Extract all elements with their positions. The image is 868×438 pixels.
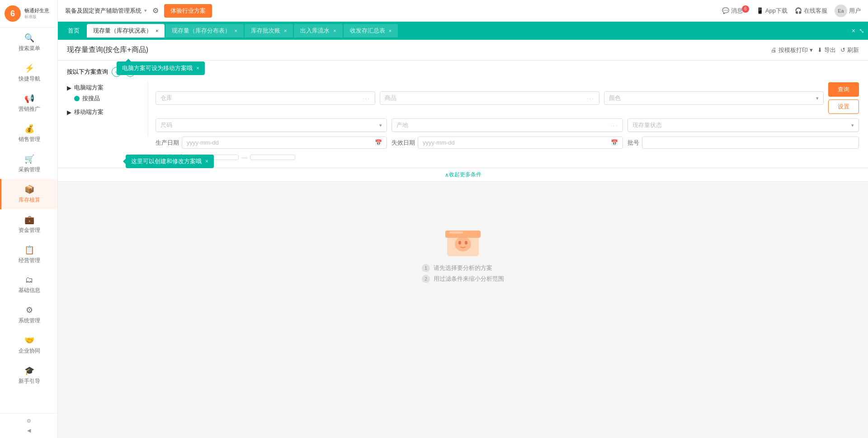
sidebar-item-finance[interactable]: 💼 资金管理 (0, 209, 57, 240)
size-field[interactable]: 尺码 ▾ (156, 118, 387, 132)
printer-icon: 🖨 (771, 47, 777, 53)
tab-receive-summary[interactable]: 收发存汇总表 × (344, 24, 398, 38)
sidebar-footer-settings[interactable]: ⚙ (27, 418, 31, 424)
tab-label: 收发存汇总表 (350, 27, 385, 35)
calendar-icon: 📅 (375, 139, 382, 146)
reset-button[interactable]: 设置 (828, 99, 859, 114)
handshake-icon: 🤝 (24, 335, 34, 345)
tooltip-scheme-text: 这里可以创建和修改方案哦 (131, 157, 202, 165)
tooltip-create-scheme: 这里可以创建和修改方案哦 × (126, 155, 214, 168)
sidebar: 6 畅通好生意 标准版 🔍 搜索菜单 ⚡ 快捷导航 📢 营销推广 💰 销售管理 … (0, 0, 58, 438)
sidebar-item-marketing[interactable]: 📢 营销推广 (0, 88, 57, 118)
sidebar-item-enterprise[interactable]: 🤝 企业协同 (0, 330, 57, 360)
size-dropdown-icon: ▾ (379, 122, 382, 128)
tab-close-icon[interactable]: × (234, 28, 237, 33)
empty-svg (438, 218, 488, 259)
origin-field[interactable]: 产地 ··· (392, 118, 623, 132)
search-icon: 🔍 (24, 33, 34, 43)
filter-row-1: 仓库 ··· 商品 ··· 颜色 ▾ 查询 设置 (156, 82, 859, 114)
tab-in-out-flow[interactable]: 出入库流水 × (294, 24, 342, 38)
sidebar-item-system[interactable]: ⚙ 系统管理 (0, 300, 57, 330)
production-date-group: 生产日期 yyyy-mm-dd 📅 (156, 137, 387, 149)
production-date-input[interactable]: yyyy-mm-dd 📅 (182, 137, 387, 149)
expiry-date-group: 失效日期 yyyy-mm-dd 📅 (392, 137, 623, 149)
print-action[interactable]: 🖨 按模板打印 ▾ (771, 46, 813, 54)
filter-area: 按以下方案查询 + ✎ « ▶ 电脑端方案 按搜品 (58, 61, 868, 168)
tab-close-icon[interactable]: × (389, 28, 392, 33)
tab-close-icon[interactable]: × (156, 28, 158, 33)
app-download-item[interactable]: 📱 App下载 (756, 7, 788, 15)
cart-icon: 🛒 (24, 154, 34, 164)
step-1-text: 请先选择要分析的方案 (434, 264, 492, 272)
size-label: 尺码 (160, 121, 172, 129)
color-field[interactable]: 颜色 ▾ (604, 91, 824, 105)
collapse-bar[interactable]: ∧ 收起更多条件 (58, 168, 868, 182)
industry-button[interactable]: 体验行业方案 (164, 4, 212, 18)
export-action[interactable]: ⬇ 导出 (817, 46, 836, 54)
user-item[interactable]: Ea 用户 (835, 5, 861, 17)
tab-close-icon[interactable]: × (284, 28, 287, 33)
scheme-desktop-label: 电脑端方案 (74, 84, 104, 92)
sidebar-item-operations[interactable]: 📋 经营管理 (0, 240, 57, 270)
scheme-desktop[interactable]: ▶ 电脑端方案 (67, 82, 142, 93)
search-button[interactable]: 查询 (828, 82, 859, 97)
dropdown-arrow-icon: ▾ (144, 8, 147, 14)
sidebar-item-label: 销售管理 (19, 136, 40, 143)
sidebar-item-label: 采购管理 (19, 166, 40, 174)
tab-label: 出入库流水 (300, 27, 330, 35)
inventory-max-input[interactable] (250, 155, 295, 160)
tab-label: 现存量（库存分布表） (172, 27, 231, 35)
warehouse-field[interactable]: 仓库 ··· (156, 91, 375, 105)
tooltip-close-icon[interactable]: × (196, 65, 199, 71)
tab-close-icon[interactable]: × (333, 28, 336, 33)
filter-label: 按以下方案查询 (67, 68, 108, 76)
tab-batch-ledger[interactable]: 库存批次账 × (245, 24, 293, 38)
avatar: Ea (835, 5, 847, 17)
sidebar-item-label: 搜索菜单 (19, 45, 40, 52)
expiry-date-input[interactable]: yyyy-mm-dd 📅 (418, 137, 623, 149)
tab-maximize-icon[interactable]: ⤡ (859, 27, 864, 34)
sidebar-footer: ⚙ ◀ (0, 413, 57, 438)
main-area: 装备及固定资产辅助管理系统 ▾ ⚙ 体验行业方案 💬 消息 6 📱 App下载 … (58, 0, 868, 438)
refresh-action[interactable]: ↺ 刷新 (840, 46, 859, 54)
svg-point-4 (465, 241, 467, 245)
tab-close-all-icon[interactable]: × (852, 27, 855, 34)
messages-item[interactable]: 💬 消息 6 (722, 7, 749, 15)
warehouse-label: 仓库 (160, 94, 172, 102)
sidebar-item-base-info[interactable]: 🗂 基础信息 (0, 270, 57, 300)
box-icon: 📦 (24, 184, 34, 194)
tooltip-scheme-close-icon[interactable]: × (205, 158, 208, 165)
sidebar-item-sales[interactable]: 💰 销售管理 (0, 118, 57, 149)
megaphone-icon: 📢 (24, 94, 34, 104)
inventory-status-field[interactable]: 现存量状态 ▾ (627, 118, 859, 132)
app-download-label: App下载 (765, 7, 788, 15)
scheme-mobile[interactable]: ▶ 移动端方案 (67, 107, 142, 118)
refresh-label: 刷新 (847, 46, 859, 54)
tab-inventory-status[interactable]: 现存量（库存状况表） × (87, 24, 165, 38)
sidebar-item-inventory[interactable]: 📦 库存核算 (0, 179, 57, 209)
tab-home[interactable]: 首页 (61, 24, 86, 38)
sidebar-item-quick-nav[interactable]: ⚡ 快捷导航 (0, 58, 57, 88)
print-label: 按模板打印 (778, 46, 808, 54)
online-support-item[interactable]: 🎧 在线客服 (795, 7, 827, 15)
phone-icon: 📱 (756, 7, 764, 14)
sidebar-item-label: 企业协同 (19, 347, 40, 355)
sidebar-footer-collapse[interactable]: ◀ (27, 428, 31, 433)
svg-point-2 (455, 237, 471, 251)
empty-steps: 1 请先选择要分析的方案 2 用过滤条件来缩小分析范围 (422, 264, 504, 283)
dropdown-arrow: ▾ (810, 47, 813, 53)
sidebar-item-purchase[interactable]: 🛒 采购管理 (0, 149, 57, 179)
collapse-icon: ◀ (27, 428, 31, 433)
scheme-arrow-icon: ▶ (67, 85, 71, 91)
messages-label: 消息 (731, 7, 743, 15)
product-field[interactable]: 商品 ··· (380, 91, 599, 105)
logo-icon: 6 (5, 5, 21, 22)
folder-icon: 🗂 (25, 275, 33, 285)
batch-no-input[interactable] (642, 137, 859, 149)
scheme-desktop-sub[interactable]: 按搜品 (67, 93, 142, 104)
sidebar-item-search[interactable]: 🔍 搜索菜单 (0, 28, 57, 58)
tab-inventory-dist[interactable]: 现存量（库存分布表） × (165, 24, 243, 38)
sidebar-item-guide[interactable]: 🎓 新手引导 (0, 360, 57, 391)
header-settings-icon[interactable]: ⚙ (152, 6, 159, 15)
system-title: 装备及固定资产辅助管理系统 ▾ (65, 7, 147, 15)
